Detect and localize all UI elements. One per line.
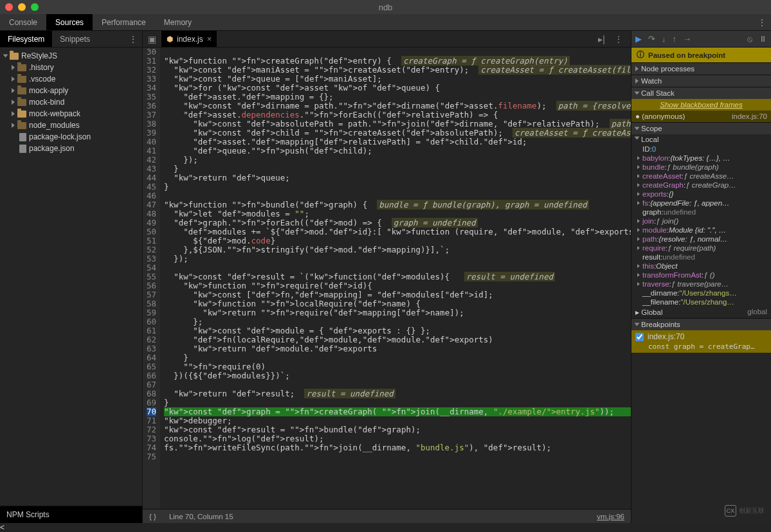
info-icon: ⓘ xyxy=(637,50,644,60)
npm-scripts-section[interactable]: NPM Scripts xyxy=(0,506,142,523)
scope-var[interactable]: __filename: "/Users/zhang… xyxy=(631,297,771,306)
scope-var[interactable]: graph: undefined xyxy=(631,208,771,217)
tab-memory[interactable]: Memory xyxy=(155,14,201,30)
breakpoint-checkbox[interactable] xyxy=(635,333,644,341)
scope-var[interactable]: traverse: ƒ traverse(pare… xyxy=(631,279,771,288)
tree-folder-open[interactable]: mock-webpack xyxy=(0,108,142,120)
tree-root[interactable]: ReStyleJS xyxy=(0,50,142,62)
editor-tab-bar: ▣ ⬢ index.js × ▸| ⋮ xyxy=(143,31,631,48)
file-tree: ReStyleJS .history.vscodemock-applymock-… xyxy=(0,48,142,506)
tree-folder[interactable]: mock-bind xyxy=(0,96,142,108)
sidebar: Filesystem Snippets ⋮ ReStyleJS .history… xyxy=(0,31,143,523)
file-tab-index-js[interactable]: ⬢ index.js × xyxy=(161,31,217,47)
tab-performance[interactable]: Performance xyxy=(93,14,155,30)
cursor-position: Line 70, Column 15 xyxy=(169,513,233,520)
pretty-print-icon[interactable]: { } xyxy=(149,513,156,520)
more-icon[interactable]: ⋮ xyxy=(758,18,766,27)
tab-filesystem[interactable]: Filesystem xyxy=(0,31,52,47)
folder-icon xyxy=(10,53,19,60)
scope-var[interactable]: createGraph: ƒ createGrap… xyxy=(631,181,771,190)
scope-var[interactable]: exports: {} xyxy=(631,190,771,199)
tree-file[interactable]: package-lock.json xyxy=(0,131,142,143)
scope-var[interactable]: bundle: ƒ bundle(graph) xyxy=(631,163,771,172)
statusbar: { } Line 70, Column 15 vm.js:96 xyxy=(143,509,631,523)
titlebar: ndb xyxy=(0,0,771,14)
tab-sources[interactable]: Sources xyxy=(46,14,93,30)
scope-var[interactable]: fs: {appendFile: ƒ, appen… xyxy=(631,199,771,208)
code-editor[interactable]: 3031323334353637383940414243444546474849… xyxy=(143,48,631,509)
scope-var[interactable]: result: undefined xyxy=(631,253,771,262)
debugger-panel: ▶ ↷ ↓ ↑ → ⦸ ⏸ ⓘ Paused on breakpoint Nod… xyxy=(631,31,771,523)
section-node-processes[interactable]: Node processes xyxy=(631,62,771,75)
window-controls xyxy=(5,3,39,11)
section-call-stack[interactable]: Call Stack xyxy=(631,87,771,99)
section-watch[interactable]: Watch xyxy=(631,75,771,87)
devtools-tabs: Console Sources Performance Memory ⋮ xyxy=(0,14,771,31)
watermark: CX创新互联 xyxy=(725,505,765,517)
tree-folder[interactable]: mock-apply xyxy=(0,85,142,96)
scope-var[interactable]: babylon: {tokTypes: {…}, … xyxy=(631,154,771,163)
scope-global[interactable]: ▸ Global global xyxy=(631,306,771,318)
paused-banner: ⓘ Paused on breakpoint xyxy=(631,48,771,62)
line-gutter: 3031323334353637383940414243444546474849… xyxy=(143,48,160,509)
minimize-icon[interactable] xyxy=(18,3,26,11)
tree-folder[interactable]: .history xyxy=(0,62,142,73)
breakpoint-item[interactable]: index.js:70 const graph = createGrap… xyxy=(631,330,771,353)
tree-folder[interactable]: .vscode xyxy=(0,73,142,85)
chevron-down-icon xyxy=(3,55,8,58)
file-tab-label: index.js xyxy=(177,35,203,44)
pause-exceptions-icon[interactable]: ⏸ xyxy=(759,34,767,44)
scope-var[interactable]: ID: 0 xyxy=(631,145,771,154)
close-icon[interactable]: × xyxy=(207,34,212,44)
scope-var[interactable]: this: Object xyxy=(631,262,771,270)
step-icon[interactable]: → xyxy=(683,34,691,44)
stack-frame[interactable]: ● (anonymous) index.js:70 xyxy=(631,111,771,122)
section-scope[interactable]: Scope xyxy=(631,122,771,134)
tree-label: ReStyleJS xyxy=(21,51,57,60)
scope-var[interactable]: path: {resolve: ƒ, normal… xyxy=(631,235,771,244)
source-link[interactable]: vm.js:96 xyxy=(597,513,624,520)
window-title: ndb xyxy=(379,3,393,12)
blackbox-link[interactable]: Show blackboxed frames xyxy=(631,99,771,111)
scope-var[interactable]: join: ƒ join() xyxy=(631,217,771,226)
tab-console[interactable]: Console xyxy=(0,14,46,30)
run-snippet-icon[interactable]: ▸| xyxy=(595,34,608,44)
step-into-icon[interactable]: ↓ xyxy=(662,34,666,44)
resume-icon[interactable]: ▶ xyxy=(635,34,642,44)
close-icon[interactable] xyxy=(5,3,13,11)
scope-var[interactable]: require: ƒ require(path) xyxy=(631,244,771,253)
tab-snippets[interactable]: Snippets xyxy=(52,31,98,47)
step-over-icon[interactable]: ↷ xyxy=(648,34,655,44)
scope-var[interactable]: createAsset: ƒ createAsse… xyxy=(631,172,771,181)
deactivate-breakpoints-icon[interactable]: ⦸ xyxy=(747,34,752,44)
code-content: "kw">function "">fn">createGraph("def">e… xyxy=(160,48,631,509)
more-icon[interactable]: ⋮ xyxy=(612,34,626,44)
tree-folder[interactable]: node_modules xyxy=(0,120,142,131)
scope-var[interactable]: module: Module {id: ".", … xyxy=(631,226,771,235)
sidebar-tabs: Filesystem Snippets ⋮ xyxy=(0,31,142,48)
sidebar-more-icon[interactable]: ⋮ xyxy=(129,35,137,44)
tree-file[interactable]: package.json xyxy=(0,143,142,154)
debug-toolbar: ▶ ↷ ↓ ↑ → ⦸ ⏸ xyxy=(631,31,771,48)
step-out-icon[interactable]: ↑ xyxy=(673,34,677,44)
section-breakpoints[interactable]: Breakpoints xyxy=(631,318,771,330)
scope-var[interactable]: __dirname: "/Users/zhangs… xyxy=(631,288,771,297)
nav-toggle-icon[interactable]: ▣ xyxy=(145,34,159,44)
editor-area: ▣ ⬢ index.js × ▸| ⋮ 30313233343536373839… xyxy=(143,31,631,523)
maximize-icon[interactable] xyxy=(31,3,39,11)
scope-var[interactable]: transformFromAst: ƒ () xyxy=(631,270,771,279)
scope-local[interactable]: Local xyxy=(631,134,771,145)
